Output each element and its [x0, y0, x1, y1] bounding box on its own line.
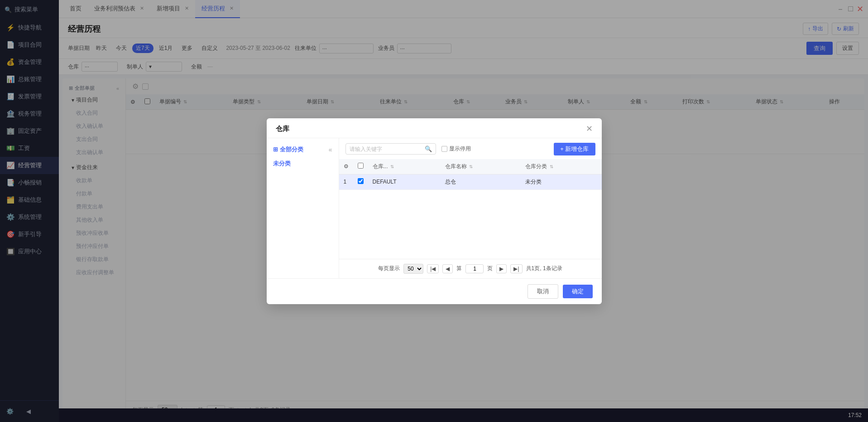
modal-table-row[interactable]: 1 DEFAULT 总仓 未分类: [339, 174, 602, 189]
modal-header: 仓库 ✕: [267, 118, 602, 138]
modal-search-input[interactable]: [350, 146, 422, 152]
tree-all-label[interactable]: ⊞ 全部分类: [273, 146, 303, 154]
show-disabled-checkbox[interactable]: [441, 146, 447, 152]
modal-per-page-select[interactable]: 50: [403, 264, 423, 274]
modal-page-suffix: 页: [487, 265, 493, 272]
row-code: DEFAULT: [368, 174, 441, 189]
confirm-button[interactable]: 确定: [563, 285, 593, 298]
row-category: 未分类: [521, 174, 601, 189]
tree-collapse-icon[interactable]: «: [329, 146, 332, 153]
uncategorized-label: 未分类: [273, 160, 291, 167]
modal-overlay: 仓库 ✕ ⊞ 全部分类 « 未分类: [0, 0, 868, 422]
warehouse-modal: 仓库 ✕ ⊞ 全部分类 « 未分类: [267, 118, 602, 304]
tree-scroll: 未分类: [267, 156, 339, 274]
table-panel: 🔍 显示停用 + 新增仓库: [339, 138, 602, 278]
modal-body: ⊞ 全部分类 « 未分类: [267, 138, 602, 278]
add-warehouse-button[interactable]: + 新增仓库: [554, 143, 595, 155]
modal-pagination: 每页显示 50 |◀ ◀ 算 页 ▶ ▶| 共1页, 1条记录: [339, 259, 602, 278]
show-disabled-text: 显示停用: [449, 145, 471, 153]
tree-panel-header: ⊞ 全部分类 «: [267, 143, 339, 156]
modal-close-button[interactable]: ✕: [586, 125, 593, 133]
modal-table: ⚙ 仓库... ⇅ 仓库名称 ⇅ 仓库分类 ⇅ 1: [339, 159, 602, 190]
tree-panel: ⊞ 全部分类 « 未分类: [267, 138, 339, 278]
modal-next-page[interactable]: ▶: [496, 264, 507, 273]
row-name: 总仓: [441, 174, 521, 189]
modal-per-page-label: 每页显示: [378, 265, 400, 272]
modal-toolbar: 🔍 显示停用 + 新增仓库: [339, 138, 602, 159]
modal-total-info: 共1页, 1条记录: [526, 265, 562, 272]
modal-search-box: 🔍: [345, 143, 436, 155]
modal-th-category[interactable]: 仓库分类 ⇅: [521, 159, 601, 175]
row-select-checkbox[interactable]: [358, 178, 364, 184]
modal-th-num[interactable]: 仓库... ⇅: [368, 159, 441, 175]
modal-select-all[interactable]: [358, 163, 364, 169]
modal-footer: 取消 确定: [267, 278, 602, 304]
show-disabled-label: 显示停用: [441, 145, 471, 153]
modal-title: 仓库: [276, 125, 289, 133]
app-container: 🔍 搜索菜单 ⚡ 快捷导航 📄 项目合同 💰 资金管理 📊 总账管理 🧾 发票管…: [0, 0, 868, 422]
modal-table-wrapper: ⚙ 仓库... ⇅ 仓库名称 ⇅ 仓库分类 ⇅ 1: [339, 159, 602, 259]
modal-page-input[interactable]: [465, 264, 484, 273]
modal-search-icon: 🔍: [425, 146, 432, 152]
row-num: 1: [339, 174, 353, 189]
add-button-label: + 新增仓库: [560, 145, 589, 153]
all-label-text: 全部分类: [280, 146, 303, 154]
cancel-button[interactable]: 取消: [528, 284, 558, 299]
modal-th-check: [353, 159, 368, 175]
grid-icon-modal: ⊞: [273, 146, 278, 153]
row-checkbox[interactable]: [353, 174, 368, 189]
modal-th-gear: ⚙: [339, 159, 353, 175]
tree-item-uncategorized[interactable]: 未分类: [267, 156, 339, 171]
modal-prev-page[interactable]: ◀: [442, 264, 453, 273]
modal-page-word: 算: [456, 265, 462, 272]
modal-th-name[interactable]: 仓库名称 ⇅: [441, 159, 521, 175]
modal-first-page[interactable]: |◀: [427, 264, 439, 273]
modal-last-page[interactable]: ▶|: [510, 264, 522, 273]
